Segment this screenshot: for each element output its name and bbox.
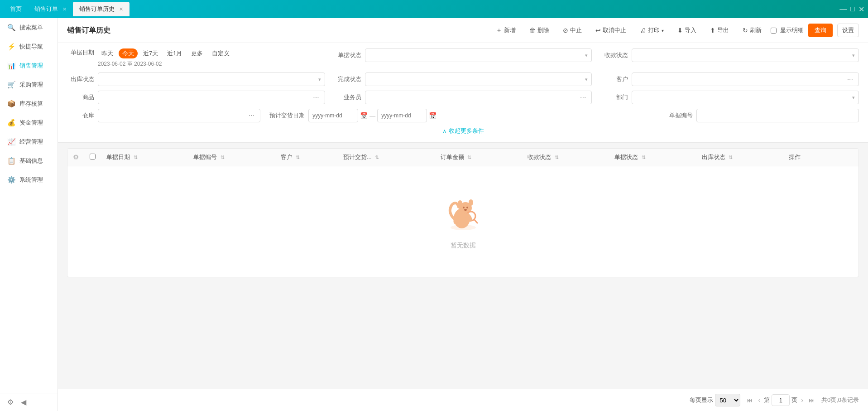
order-status-caret: ▾ xyxy=(585,53,588,58)
warehouse-select[interactable]: ··· xyxy=(98,109,260,122)
print-btn[interactable]: 🖨 打印 ▾ xyxy=(635,24,668,37)
sidebar-item-purchase-mgmt[interactable]: 🛒 采购管理 xyxy=(0,75,58,94)
delivery-date-start[interactable] xyxy=(308,109,358,122)
warehouse-dots[interactable]: ··· xyxy=(247,111,256,120)
print-dropdown-icon[interactable]: ▾ xyxy=(662,28,664,33)
per-page-dropdown[interactable]: 10 20 50 100 xyxy=(715,394,740,406)
date-tag-today[interactable]: 今天 xyxy=(119,48,138,58)
delivery-date-picker: 📅 — 📅 xyxy=(308,109,436,122)
pagination-bar: 每页显示 10 20 50 100 ⏮ ‹ 第 页 › ⏭ 共0页,0条记录 xyxy=(58,389,868,411)
col-delivery: 预计交货... ⇅ xyxy=(338,149,435,166)
cancel-stop-btn[interactable]: ↩ 取消中止 xyxy=(591,24,631,37)
last-page-btn[interactable]: ⏭ xyxy=(807,396,817,405)
filter-area: 单据日期 昨天 今天 近7天 近1月 更多 自定义 2023-06-02 至 2… xyxy=(58,43,868,143)
page-input[interactable] xyxy=(772,394,790,406)
date-tag-yesterday[interactable]: 昨天 xyxy=(98,48,117,58)
dept-select[interactable]: ▾ xyxy=(632,91,859,104)
customer-dots[interactable]: ··· xyxy=(845,75,855,83)
sidebar-item-finance-mgmt[interactable]: 💰 资金管理 xyxy=(0,113,58,132)
import-btn-label: 导入 xyxy=(685,26,696,34)
date-tag-custom[interactable]: 自定义 xyxy=(208,48,233,58)
window-min-btn[interactable]: — xyxy=(839,5,847,13)
sidebar-item-finance-mgmt-label: 资金管理 xyxy=(19,119,43,127)
tab-home[interactable]: 首页 xyxy=(4,2,28,16)
query-btn[interactable]: 查询 xyxy=(808,24,833,37)
new-btn[interactable]: ＋ 新增 xyxy=(491,24,520,37)
sidebar-item-ops-mgmt[interactable]: 📈 经营管理 xyxy=(0,132,58,151)
content: 销售订单历史 ＋ 新增 🗑 删除 ⊘ 中止 ↩ xyxy=(58,18,868,411)
sidebar-item-sales-mgmt[interactable]: 📊 销售管理 xyxy=(0,56,58,75)
out-status-select[interactable]: ▾ xyxy=(98,73,325,86)
out-status-caret: ▾ xyxy=(318,77,321,82)
delivery-date-start-cal[interactable]: 📅 xyxy=(360,112,368,119)
product-select[interactable]: ··· xyxy=(98,91,325,104)
col-no: 单据编号 ⇅ xyxy=(188,149,275,166)
sidebar-item-basic-info[interactable]: 📋 基础信息 xyxy=(0,151,58,170)
date-tag-1month[interactable]: 近1月 xyxy=(163,48,186,58)
refresh-btn[interactable]: ↻ 刷新 xyxy=(738,24,766,37)
salesman-select[interactable]: ··· xyxy=(365,91,592,104)
collapse-row[interactable]: ∧ 收起更多条件 xyxy=(67,125,859,137)
next-page-btn[interactable]: › xyxy=(799,396,805,405)
settings-btn[interactable]: 设置 xyxy=(837,24,859,37)
print-icon: 🖨 xyxy=(640,27,646,34)
customer-select[interactable]: ··· xyxy=(632,73,859,86)
delivery-date-end[interactable] xyxy=(377,109,427,122)
date-range-text: 2023-06-02 至 2023-06-02 xyxy=(98,60,233,68)
sidebar-collapse-icon[interactable]: ◀ xyxy=(21,398,26,406)
complete-status-caret: ▾ xyxy=(585,77,588,82)
col-delivery-sort[interactable]: ⇅ xyxy=(375,155,379,160)
export-btn[interactable]: ⬆ 导出 xyxy=(705,24,734,37)
display-detail-toggle[interactable]: 显示明细 xyxy=(771,26,804,34)
new-icon: ＋ xyxy=(496,26,502,34)
pay-status-select[interactable]: ▾ xyxy=(632,48,859,62)
product-label: 商品 xyxy=(67,93,98,102)
pay-status-caret: ▾ xyxy=(852,53,855,58)
col-pay-status-sort[interactable]: ⇅ xyxy=(555,155,559,160)
col-date-sort[interactable]: ⇅ xyxy=(134,155,138,160)
date-tag-more[interactable]: 更多 xyxy=(187,48,206,58)
first-page-btn[interactable]: ⏮ xyxy=(745,396,755,405)
sidebar-settings-icon[interactable]: ⚙ xyxy=(7,398,14,406)
complete-status-select[interactable]: ▾ xyxy=(365,73,592,86)
col-customer-sort[interactable]: ⇅ xyxy=(296,155,300,160)
order-status-select[interactable]: ▾ xyxy=(365,48,592,62)
tab-sales-order-history[interactable]: 销售订单历史 ✕ xyxy=(73,2,129,16)
tab-sales-order[interactable]: 销售订单 ✕ xyxy=(28,2,73,16)
settings-btn-label: 设置 xyxy=(842,26,854,34)
svg-point-7 xyxy=(464,209,467,211)
tab-sales-order-history-close[interactable]: ✕ xyxy=(119,6,123,12)
total-info: 共0页,0条记录 xyxy=(821,396,859,404)
salesman-dots[interactable]: ··· xyxy=(578,93,588,102)
col-date: 单据日期 ⇅ xyxy=(101,149,188,166)
sidebar-item-inventory-mgmt[interactable]: 📦 库存核算 xyxy=(0,94,58,113)
main-layout: 🔍 搜索菜单 ⚡ 快捷导航 📊 销售管理 🛒 采购管理 📦 库存核算 💰 资金管… xyxy=(0,18,868,411)
toolbar: ＋ 新增 🗑 删除 ⊘ 中止 ↩ 取消中止 xyxy=(491,24,859,37)
import-btn[interactable]: ⬇ 导入 xyxy=(673,24,701,37)
delete-btn[interactable]: 🗑 删除 xyxy=(525,24,554,37)
tab-sales-order-history-label: 销售订单历史 xyxy=(79,5,115,13)
export-btn-label: 导出 xyxy=(717,26,729,34)
table-settings-icon[interactable]: ⚙ xyxy=(73,153,79,161)
select-all-checkbox[interactable] xyxy=(90,154,96,160)
display-detail-checkbox[interactable] xyxy=(771,28,777,34)
order-no-input[interactable] xyxy=(696,109,859,122)
product-dots[interactable]: ··· xyxy=(311,93,321,102)
page-label: 第 xyxy=(764,396,770,404)
stop-btn[interactable]: ⊘ 中止 xyxy=(558,24,586,37)
col-amount-sort[interactable]: ⇅ xyxy=(467,155,471,160)
tab-sales-order-close[interactable]: ✕ xyxy=(62,6,67,12)
delivery-date-end-cal[interactable]: 📅 xyxy=(429,112,436,119)
col-out-status-sort[interactable]: ⇅ xyxy=(729,155,733,160)
sidebar-item-quick-nav[interactable]: ⚡ 快捷导航 xyxy=(0,37,58,56)
col-order-status-sort[interactable]: ⇅ xyxy=(642,155,646,160)
window-max-btn[interactable]: □ xyxy=(850,5,855,13)
prev-page-btn[interactable]: ‹ xyxy=(757,396,762,405)
col-no-sort[interactable]: ⇅ xyxy=(221,155,225,160)
page-header: 销售订单历史 ＋ 新增 🗑 删除 ⊘ 中止 ↩ xyxy=(58,18,868,43)
sidebar-item-system-mgmt[interactable]: ⚙️ 系统管理 xyxy=(0,170,58,189)
date-tag-7days[interactable]: 近7天 xyxy=(139,48,162,58)
window-close-btn[interactable]: ✕ xyxy=(858,5,864,14)
sidebar-item-search-menu[interactable]: 🔍 搜索菜单 xyxy=(0,18,58,37)
collapse-label: 收起更多条件 xyxy=(449,127,484,135)
